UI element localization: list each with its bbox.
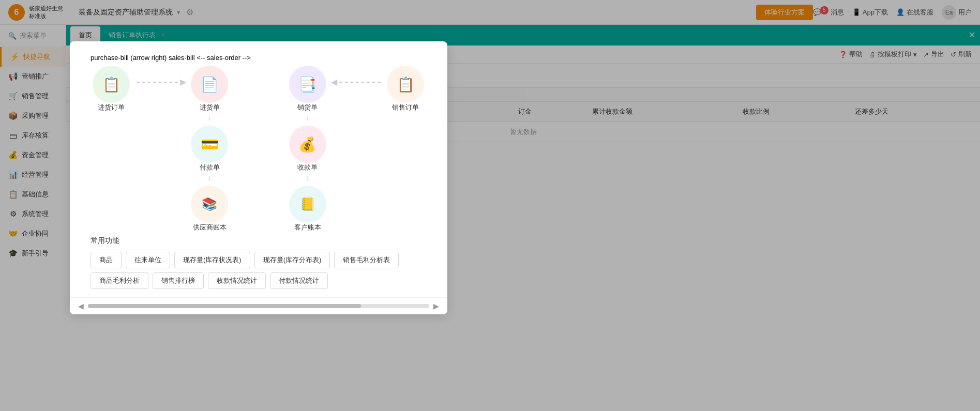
cf-btn-0[interactable]: 商品: [91, 252, 122, 268]
flow-node-payment-bill[interactable]: 💳: [191, 126, 228, 163]
scroll-left-icon[interactable]: ◀: [78, 302, 84, 310]
arrow-down-payment: ↓: [207, 113, 212, 123]
cf-btn-6[interactable]: 销售排行榜: [153, 272, 204, 289]
payment-bill-label: 付款单: [200, 163, 220, 172]
purchase-order-label: 进货订单: [98, 103, 125, 112]
flow-node-purchase-bill[interactable]: 📄: [191, 66, 228, 103]
flow-diagram: purchase-bill (arrow right) sales-bill <…: [91, 54, 427, 232]
purchase-bill-label: 进货单: [200, 103, 220, 112]
arrow-down-customer: ↓: [306, 173, 310, 182]
supplier-account-label: 供应商账本: [193, 223, 227, 232]
arrow-down-supplier: ↓: [207, 173, 212, 182]
sales-order-label: 销售订单: [392, 103, 419, 112]
flow-node-receipt-bill[interactable]: 💰: [289, 126, 326, 163]
flow-node-purchase-order[interactable]: 📋: [93, 66, 130, 103]
flow-modal: purchase-bill (arrow right) sales-bill <…: [70, 41, 447, 314]
common-functions: 常用功能 商品往来单位现存量(库存状况表)现存量(库存分布表)销售毛利分析表商品…: [91, 236, 427, 289]
cf-btn-4[interactable]: 销售毛利分析表: [334, 252, 399, 268]
cf-btn-1[interactable]: 往来单位: [126, 252, 170, 268]
flow-node-supplier-account[interactable]: 📚: [191, 186, 228, 223]
cf-btn-2[interactable]: 现存量(库存状况表): [174, 252, 250, 268]
arrow-down-receipt: ↓: [306, 113, 310, 123]
modal-scrollbar: ◀ ▶: [70, 297, 447, 314]
cf-title: 常用功能: [91, 236, 427, 246]
customer-account-label: 客户账本: [294, 223, 321, 232]
sales-bill-label: 销货单: [297, 103, 318, 112]
cf-btn-3[interactable]: 现存量(库存分布表): [254, 252, 330, 268]
flow-node-sales-bill[interactable]: 📑: [289, 66, 326, 103]
cf-btn-7[interactable]: 收款情况统计: [208, 272, 266, 289]
cf-btn-5[interactable]: 商品毛利分析: [91, 272, 148, 289]
flow-node-sales-order[interactable]: 📋: [387, 66, 424, 103]
scroll-right-icon[interactable]: ▶: [433, 302, 439, 310]
scroll-thumb: [88, 304, 361, 308]
flow-node-customer-account[interactable]: 📒: [289, 186, 326, 223]
receipt-bill-label: 收款单: [297, 163, 318, 172]
cf-btn-8[interactable]: 付款情况统计: [270, 272, 328, 289]
scroll-track: [88, 304, 429, 308]
modal-overlay[interactable]: purchase-bill (arrow right) sales-bill <…: [0, 0, 980, 411]
